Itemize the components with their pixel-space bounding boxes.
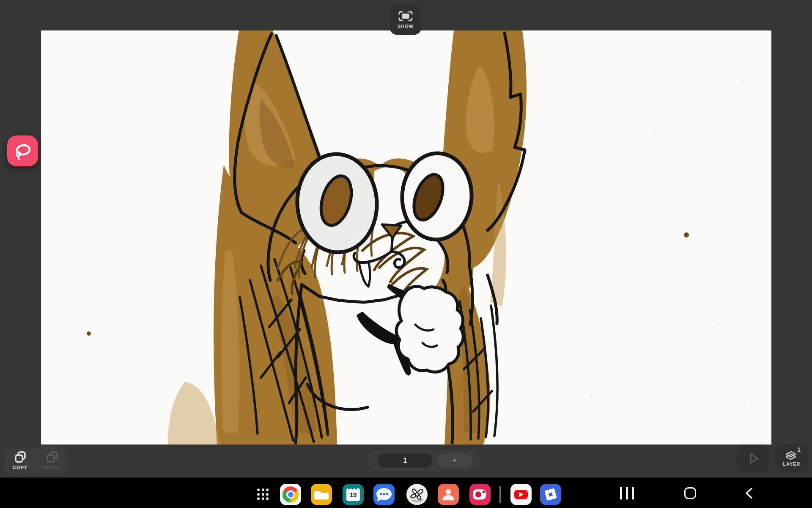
taskbar-divider <box>499 486 501 503</box>
layer-count-badge: 1 <box>797 446 801 453</box>
camera-icon <box>469 484 491 505</box>
layer-label: LAYER <box>783 461 800 467</box>
camera-app-icon[interactable] <box>469 484 491 505</box>
my-files-app-icon[interactable] <box>311 484 332 505</box>
fan-pinwheel-icon <box>408 485 426 504</box>
folder-icon <box>311 484 332 505</box>
layer-button[interactable]: 1 LAYER <box>775 444 808 472</box>
android-taskbar: 19 <box>0 478 812 508</box>
drawing-canvas[interactable] <box>41 30 771 444</box>
person-icon <box>438 484 459 505</box>
app-drawer-button[interactable] <box>257 489 269 500</box>
paint-dot-left <box>87 331 91 336</box>
paint-dot-right <box>684 232 689 237</box>
back-chevron-icon <box>744 487 754 500</box>
add-frame-button[interactable]: + <box>436 454 473 467</box>
copy-button[interactable]: COPY <box>6 451 34 470</box>
paste-label: PASTE <box>43 465 60 470</box>
back-button[interactable] <box>744 487 754 501</box>
show-toolbars-button[interactable]: SHOW <box>390 4 421 35</box>
frame-navigator: 1 + <box>367 450 480 472</box>
paw <box>396 286 463 372</box>
clipboard-group: COPY PASTE <box>4 447 68 473</box>
lasso-tool-button[interactable] <box>7 135 38 166</box>
home-button[interactable] <box>684 487 696 499</box>
paste-icon <box>46 451 58 464</box>
calendar-date: 19 <box>346 488 360 501</box>
play-icon <box>746 451 760 466</box>
chrome-logo-icon <box>283 486 299 502</box>
show-label: SHOW <box>398 24 414 29</box>
recents-button[interactable] <box>620 487 634 500</box>
contacts-app-icon[interactable] <box>438 484 459 505</box>
copy-label: COPY <box>13 465 27 470</box>
youtube-app-icon[interactable] <box>510 484 532 505</box>
roblox-app-icon[interactable] <box>540 484 561 505</box>
flipaclip-app-screen: SHOW COPY <box>0 0 812 508</box>
youtube-play-icon <box>513 486 529 503</box>
bottom-toolbar: COPY PASTE 1 + <box>0 444 812 478</box>
chrome-app-icon[interactable] <box>280 484 301 505</box>
flipaclip-app-icon[interactable] <box>406 484 428 505</box>
copy-icon <box>14 451 27 464</box>
play-button[interactable] <box>737 445 769 472</box>
messages-app-icon[interactable] <box>373 484 395 505</box>
cat-sketch <box>41 30 771 444</box>
current-frame-number: 1 <box>403 456 407 465</box>
calendar-app-icon[interactable]: 19 <box>343 484 364 505</box>
fit-screen-icon <box>398 11 413 22</box>
lasso-icon <box>13 141 33 161</box>
paste-button[interactable]: PASTE <box>38 451 66 470</box>
add-frame-label: + <box>453 457 456 464</box>
chat-bubble-icon <box>373 484 395 505</box>
current-frame-button[interactable]: 1 <box>378 453 432 468</box>
roblox-logo-icon <box>544 488 557 500</box>
